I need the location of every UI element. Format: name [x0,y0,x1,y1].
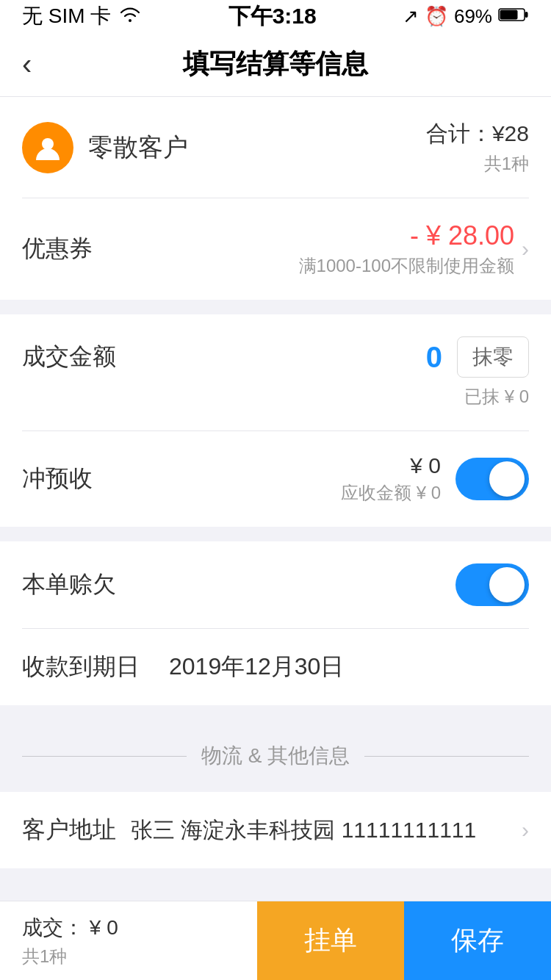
arrears-label: 本单赊欠 [22,569,116,601]
battery-text: 69% [454,5,492,28]
logistics-section: 物流 & 其他信息 [0,720,551,792]
arrears-section: 本单赊欠 [0,541,551,628]
arrears-toggle-thumb [489,567,525,602]
carrier-text: 无 SIM 卡 [22,2,111,30]
amount-value: 0 [426,341,442,374]
bottom-deal: 成交： ¥ 0 [22,914,235,942]
due-date-label: 收款到期日 [22,651,140,683]
time-text: 下午3:18 [228,1,317,32]
status-left: 无 SIM 卡 [22,2,142,30]
transaction-card: 成交金额 0 抹零 已抹 ¥ 0 冲预收 ¥ 0 应收金额 ¥ 0 [0,314,551,527]
prepay-toggle[interactable] [455,458,529,500]
round-button[interactable]: 抹零 [457,336,529,378]
customer-row: 零散客户 合计：¥28 共1种 [0,97,551,198]
prepay-right: ¥ 0 应收金额 ¥ 0 [341,453,529,505]
address-section: 客户地址 张三 海淀永丰科技园 11111111111 › [0,792,551,868]
svg-rect-1 [525,12,528,18]
coupon-label: 优惠券 [22,233,93,265]
address-row: 客户地址 张三 海淀永丰科技园 11111111111 › [22,814,529,846]
customer-right: 合计：¥28 共1种 [426,119,529,176]
toggle-thumb [489,461,525,497]
bottom-info: 成交： ¥ 0 共1种 [0,901,257,980]
battery-icon [498,5,529,28]
customer-card: 零散客户 合计：¥28 共1种 优惠券 - ¥ 28.00 满1000-100不… [0,97,551,300]
arrears-toggle[interactable] [455,563,529,606]
back-button[interactable]: ‹ [22,40,46,88]
customer-left: 零散客户 [22,122,188,173]
due-date-value: 2019年12月30日 [169,651,344,683]
bottom-deal-amount: ¥ 0 [90,916,118,939]
logistics-label: 物流 & 其他信息 [201,742,350,770]
coupon-right: - ¥ 28.00 满1000-100不限制使用金额 › [299,220,529,278]
status-bar: 无 SIM 卡 下午3:18 ↗ ⏰ 69% [0,0,551,32]
coupon-chevron-icon: › [522,237,529,262]
pending-button[interactable]: 挂单 [257,901,404,980]
prepay-amount: ¥ 0 [341,453,441,478]
amount-label: 成交金额 [22,341,116,373]
location-icon: ↗ [403,5,419,28]
amount-right: 0 抹零 [426,336,529,378]
prepay-label: 冲预收 [22,463,93,495]
amount-sub: 已抹 ¥ 0 [22,385,529,408]
content: 零散客户 合计：¥28 共1种 优惠券 - ¥ 28.00 满1000-100不… [0,97,551,980]
page-title: 填写结算等信息 [183,46,368,82]
nav-bar: ‹ 填写结算等信息 [0,32,551,97]
address-card[interactable]: 客户地址 张三 海淀永丰科技园 11111111111 › [0,792,551,868]
coupon-description: 满1000-100不限制使用金额 [299,254,514,278]
amount-section: 成交金额 0 抹零 已抹 ¥ 0 [0,314,551,430]
bottom-deal-label: 成交： [22,916,84,939]
address-chevron-icon: › [522,818,529,843]
due-date-section[interactable]: 收款到期日 2019年12月30日 [0,629,551,705]
save-button[interactable]: 保存 [404,901,551,980]
customer-name: 零散客户 [88,131,188,165]
address-value: 张三 海淀永丰科技园 11111111111 [131,815,522,846]
arrears-card: 本单赊欠 收款到期日 2019年12月30日 [0,541,551,705]
logistics-line-left [22,756,187,757]
svg-rect-2 [500,10,518,19]
prepay-values: ¥ 0 应收金额 ¥ 0 [341,453,441,505]
address-label: 客户地址 [22,814,116,846]
bottom-bar: 成交： ¥ 0 共1种 挂单 保存 [0,901,551,980]
prepay-section: 冲预收 ¥ 0 应收金额 ¥ 0 [0,431,551,527]
total-count: 共1种 [426,152,529,176]
prepay-sub: 应收金额 ¥ 0 [341,481,441,505]
logistics-line-right [364,756,529,757]
alarm-icon: ⏰ [425,5,448,28]
coupon-row[interactable]: 优惠券 - ¥ 28.00 满1000-100不限制使用金额 › [0,198,551,300]
status-right: ↗ ⏰ 69% [403,5,529,28]
coupon-discount: - ¥ 28.00 [299,220,514,251]
due-date-row: 收款到期日 2019年12月30日 [22,651,529,683]
amount-row: 成交金额 0 抹零 [22,336,529,378]
bottom-count: 共1种 [22,945,235,968]
total-amount: 合计：¥28 [426,119,529,149]
avatar [22,122,73,173]
prepay-row: 冲预收 ¥ 0 应收金额 ¥ 0 [22,453,529,505]
wifi-icon [118,4,142,28]
coupon-info: - ¥ 28.00 满1000-100不限制使用金额 [299,220,514,278]
svg-point-3 [42,138,54,150]
